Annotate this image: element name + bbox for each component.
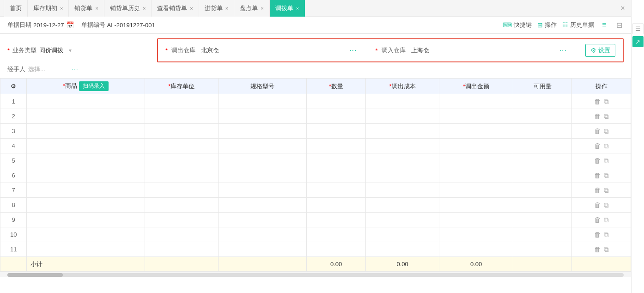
warehouse-highlight-box: * 调出仓库 北京仓 ··· * 调入仓库 上海仓 ··· ⚙ 设置: [157, 38, 624, 62]
grid-view-icon[interactable]: ⊟: [614, 20, 624, 30]
delete-icon[interactable]: 🗑: [594, 231, 601, 238]
table-row: 11 🗑⧉: [0, 242, 631, 257]
copy-icon[interactable]: ⧉: [604, 98, 609, 106]
copy-icon[interactable]: ⧉: [604, 171, 609, 180]
calendar-icon[interactable]: 📅: [66, 21, 74, 29]
tab-stocktake[interactable]: 盘点单 ×: [234, 0, 269, 17]
copy-icon[interactable]: ⧉: [604, 201, 609, 209]
out-warehouse-value[interactable]: 北京仓: [201, 46, 219, 55]
business-type-value[interactable]: 同价调拨: [39, 46, 63, 55]
in-warehouse-required-star: *: [376, 47, 378, 54]
row-num: 4: [0, 139, 27, 153]
tab-sales-order-close[interactable]: ×: [95, 6, 98, 11]
copy-icon[interactable]: ⧉: [604, 245, 609, 254]
tab-sales-order-label: 销货单: [74, 4, 92, 12]
settings-label: 设置: [598, 46, 610, 55]
delete-icon[interactable]: 🗑: [594, 186, 601, 194]
sidebar-expand-button[interactable]: ↗: [632, 36, 644, 47]
in-warehouse-more-btn[interactable]: ···: [559, 46, 567, 55]
col-settings-header[interactable]: ⚙: [0, 79, 27, 94]
copy-icon[interactable]: ⧉: [604, 231, 609, 239]
tab-purchase-close[interactable]: ×: [225, 6, 228, 11]
scroll-thumb[interactable]: [7, 273, 63, 277]
tab-sales-order[interactable]: 销货单 ×: [69, 0, 104, 17]
col-amount-header: *调出金额: [439, 79, 513, 94]
scroll-track: [7, 273, 624, 277]
copy-icon[interactable]: ⧉: [604, 112, 609, 121]
scan-button[interactable]: 扫码录入: [79, 81, 109, 91]
form-row-1: * 业务类型 同价调拨 ▼ * 调出仓库 北京仓 ··· * 调入仓库 上海仓 …: [0, 34, 631, 62]
table-container: ⚙ *商品 扫码录入 *库存单位 规格型号 *数量 *调出成本: [0, 78, 631, 272]
history-label: 历史单据: [570, 21, 594, 29]
tab-home[interactable]: 首页: [4, 0, 28, 17]
manager-more-btn[interactable]: ···: [72, 66, 79, 73]
business-type-dropdown-arrow[interactable]: ▼: [68, 48, 73, 53]
tab-stocktake-label: 盘点单: [240, 4, 258, 12]
history-action[interactable]: ☷ 历史单据: [562, 21, 594, 29]
window-close-button[interactable]: ×: [618, 4, 627, 13]
table-row: 6🗑⧉: [0, 168, 631, 183]
sidebar-list-button[interactable]: ☰: [632, 23, 644, 34]
copy-icon[interactable]: ⧉: [604, 142, 609, 150]
tab-inventory-init[interactable]: 库存期初 ×: [28, 0, 69, 17]
operation-label: 操作: [545, 21, 557, 29]
number-label: 单据编号: [81, 21, 105, 29]
shortcut-label: 快捷键: [514, 21, 532, 29]
tab-purchase[interactable]: 进货单 ×: [199, 0, 234, 17]
copy-icon[interactable]: ⧉: [604, 157, 609, 165]
in-warehouse-label: 调入仓库: [382, 46, 406, 55]
out-warehouse-label: 调出仓库: [171, 46, 195, 55]
out-warehouse-required-star: *: [165, 47, 168, 54]
tab-inventory-init-close[interactable]: ×: [60, 6, 63, 11]
tab-sales-history-close[interactable]: ×: [143, 6, 146, 11]
delete-icon[interactable]: 🗑: [594, 157, 601, 165]
col-cost-header: *调出成本: [365, 79, 439, 94]
out-warehouse-more-btn[interactable]: ···: [349, 46, 357, 55]
tab-transfer[interactable]: 调拨单 ×: [270, 0, 305, 17]
row-num: 1: [0, 94, 27, 109]
settings-button[interactable]: ⚙ 设置: [585, 44, 615, 57]
delete-icon[interactable]: 🗑: [594, 201, 601, 209]
table-row: 2🗑⧉: [0, 109, 631, 124]
manager-value[interactable]: 选择...: [28, 65, 65, 73]
tab-view-sales-close[interactable]: ×: [190, 6, 193, 11]
tab-sales-history[interactable]: 销货单历史 ×: [104, 0, 152, 17]
col-unit-header: *库存单位: [145, 79, 218, 94]
form-row-2: 经手人 选择... ···: [0, 62, 631, 78]
copy-icon[interactable]: ⧉: [604, 127, 609, 135]
table-row: 1🗑⧉: [0, 94, 631, 109]
out-warehouse-field: * 调出仓库 北京仓 ···: [165, 46, 357, 55]
delete-icon[interactable]: 🗑: [594, 171, 601, 179]
operation-action[interactable]: ⊞ 操作: [537, 21, 557, 29]
in-warehouse-value[interactable]: 上海仓: [411, 46, 429, 55]
col-available-header: 可用量: [513, 79, 572, 94]
row-num: 9: [0, 213, 27, 227]
row-num: 5: [0, 153, 27, 168]
horizontal-scrollbar[interactable]: [0, 272, 631, 277]
view-toggle-icon[interactable]: ≡: [600, 20, 609, 30]
delete-icon[interactable]: 🗑: [594, 245, 601, 253]
shortcut-action[interactable]: ⌨ 快捷键: [503, 21, 532, 29]
tab-stocktake-close[interactable]: ×: [261, 6, 263, 11]
delete-icon[interactable]: 🗑: [594, 112, 601, 120]
row-num: 7: [0, 183, 27, 198]
delete-icon[interactable]: 🗑: [594, 216, 601, 224]
date-label: 单据日期: [7, 21, 31, 29]
delete-icon[interactable]: 🗑: [594, 98, 601, 105]
items-table: ⚙ *商品 扫码录入 *库存单位 规格型号 *数量 *调出成本: [0, 78, 631, 272]
number-value: AL-20191227-001: [107, 22, 155, 29]
table-row: 4🗑⧉: [0, 139, 631, 153]
copy-icon[interactable]: ⧉: [604, 186, 609, 195]
table-row: 9🗑⧉: [0, 213, 631, 227]
delete-icon[interactable]: 🗑: [594, 127, 601, 135]
row-num: 3: [0, 124, 27, 139]
copy-icon[interactable]: ⧉: [604, 216, 609, 224]
tab-transfer-close[interactable]: ×: [296, 6, 299, 11]
shortcut-icon: ⌨: [503, 21, 512, 29]
delete-icon[interactable]: 🗑: [594, 142, 601, 150]
tab-view-sales[interactable]: 查看销货单 ×: [152, 0, 199, 17]
business-type-label: 业务类型: [12, 46, 36, 55]
toolbar: 单据日期 2019-12-27 📅 单据编号 AL-20191227-001 ⌨…: [0, 17, 631, 34]
number-field: 单据编号 AL-20191227-001: [81, 21, 155, 29]
list-icon: ☰: [635, 25, 641, 32]
